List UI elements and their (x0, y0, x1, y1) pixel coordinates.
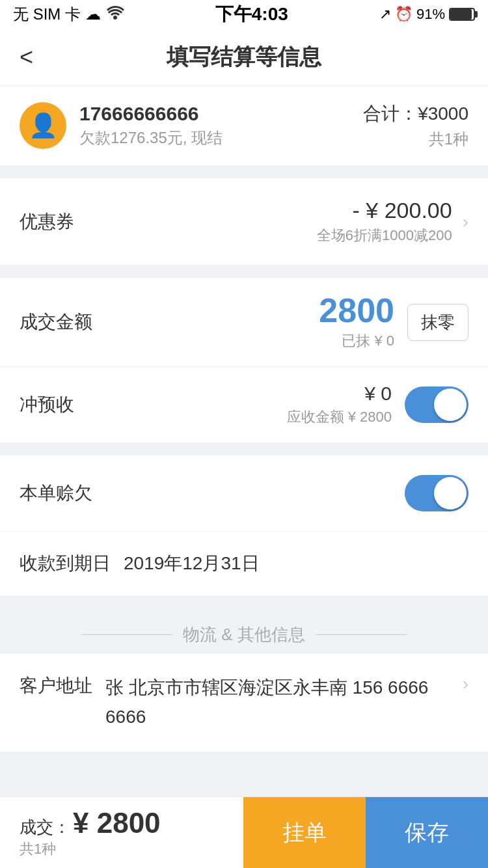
customer-card: 👤 17666666666 欠款1276.35元, 现结 合计：¥3000 共1… (0, 86, 488, 165)
coupon-card: 优惠券 - ¥ 200.00 全场6折满1000减200 › (0, 178, 488, 265)
footer-amount: ¥ 2800 (73, 807, 161, 839)
debt-toggle-knob (434, 477, 467, 509)
customer-left: 👤 17666666666 欠款1276.35元, 现结 (20, 102, 223, 149)
amount-section: 成交金额 2800 已抹 ¥ 0 抹零 冲预收 ¥ 0 应收金额 ¥ 2800 (0, 278, 488, 442)
nav-bar: < 填写结算等信息 (0, 29, 488, 86)
round-off-button[interactable]: 抹零 (407, 304, 468, 341)
divider-1 (0, 165, 488, 178)
footer: 成交： ¥ 2800 共1种 挂单 保存 (0, 796, 488, 868)
footer-info: 成交： ¥ 2800 共1种 (0, 807, 243, 859)
logistics-text: 物流 & 其他信息 (183, 623, 305, 646)
back-button[interactable]: < (13, 37, 40, 77)
address-card: 客户地址 张 北京市市辖区海淀区永丰南 156 6666 6666 › (0, 654, 488, 752)
status-right: ↗ ⏰ 91% (379, 6, 475, 23)
logistics-label-wrap: 物流 & 其他信息 (81, 623, 407, 646)
customer-right: 合计：¥3000 共1种 (363, 102, 468, 150)
chevron-right-icon: › (463, 211, 468, 232)
total-amount: 合计：¥3000 (363, 102, 468, 126)
toggle-knob (434, 388, 467, 421)
logistics-section-header: 物流 & 其他信息 (0, 615, 488, 654)
divider-4 (0, 595, 488, 615)
coupon-label: 优惠券 (20, 210, 74, 234)
debt-row: 本单赊欠 (0, 455, 488, 531)
item-count: 共1种 (363, 129, 468, 150)
coupon-right: - ¥ 200.00 全场6折满1000减200 › (317, 198, 468, 245)
customer-phone: 17666666666 (79, 103, 223, 125)
status-left: 无 SIM 卡 ☁ (13, 4, 124, 25)
prepay-toggle[interactable] (405, 387, 468, 423)
prepay-amounts: ¥ 0 应收金额 ¥ 2800 (287, 383, 392, 427)
coupon-desc: 全场6折满1000减200 (317, 226, 452, 245)
debt-label: 本单赊欠 (20, 481, 92, 506)
footer-count: 共1种 (20, 839, 224, 859)
address-row[interactable]: 客户地址 张 北京市市辖区海淀区永丰南 156 6666 6666 › (0, 654, 488, 752)
debt-toggle[interactable] (405, 475, 468, 511)
hang-button[interactable]: 挂单 (243, 797, 366, 869)
logistics-line-right (316, 634, 407, 635)
due-date-label: 收款到期日 (20, 551, 111, 576)
prepay-value: ¥ 0 (287, 383, 392, 405)
content: 👤 17666666666 欠款1276.35元, 现结 合计：¥3000 共1… (0, 86, 488, 856)
page-title: 填写结算等信息 (167, 42, 321, 72)
amount-row: 成交金额 2800 已抹 ¥ 0 抹零 (0, 278, 488, 367)
address-value: 张 北京市市辖区海淀区永丰南 156 6666 6666 (105, 673, 452, 732)
due-date-row: 收款到期日 2019年12月31日 (0, 531, 488, 595)
prepay-label: 冲预收 (20, 392, 74, 417)
wifi-icon (106, 5, 124, 23)
save-button[interactable]: 保存 (366, 797, 488, 869)
status-bar: 无 SIM 卡 ☁ 下午4:03 ↗ ⏰ 91% (0, 0, 488, 29)
divider-3 (0, 442, 488, 455)
prepay-right: ¥ 0 应收金额 ¥ 2800 (287, 383, 468, 427)
address-chevron-icon: › (463, 673, 468, 694)
prepay-sub: 应收金额 ¥ 2800 (287, 407, 392, 427)
customer-debt: 欠款1276.35元, 现结 (79, 128, 223, 148)
amount-info: 2800 已抹 ¥ 0 (319, 293, 394, 351)
coupon-amount: - ¥ 200.00 (317, 198, 452, 223)
avatar: 👤 (20, 102, 66, 149)
amount-value: 2800 (319, 293, 394, 327)
battery-icon (449, 8, 475, 21)
logistics-line-left (81, 634, 172, 635)
coupon-discount: - ¥ 200.00 全场6折满1000减200 (317, 198, 452, 245)
divider-2 (0, 265, 488, 278)
customer-info: 17666666666 欠款1276.35元, 现结 (79, 103, 223, 148)
address-label: 客户地址 (20, 673, 92, 698)
status-time: 下午4:03 (215, 2, 288, 27)
coupon-row[interactable]: 优惠券 - ¥ 200.00 全场6折满1000减200 › (0, 178, 488, 265)
battery-percent: 91% (416, 6, 445, 23)
location-icon: ↗ (379, 6, 391, 23)
sim-label: 无 SIM 卡 ☁ (13, 4, 101, 25)
amount-right: 2800 已抹 ¥ 0 抹零 (319, 293, 468, 351)
prepay-row: 冲预收 ¥ 0 应收金额 ¥ 2800 (0, 367, 488, 442)
alarm-icon: ⏰ (395, 6, 413, 23)
footer-deal-label: 成交： (20, 816, 70, 839)
due-date-value: 2019年12月31日 (124, 551, 260, 576)
amount-label: 成交金额 (20, 310, 92, 334)
amount-sub: 已抹 ¥ 0 (319, 331, 394, 351)
